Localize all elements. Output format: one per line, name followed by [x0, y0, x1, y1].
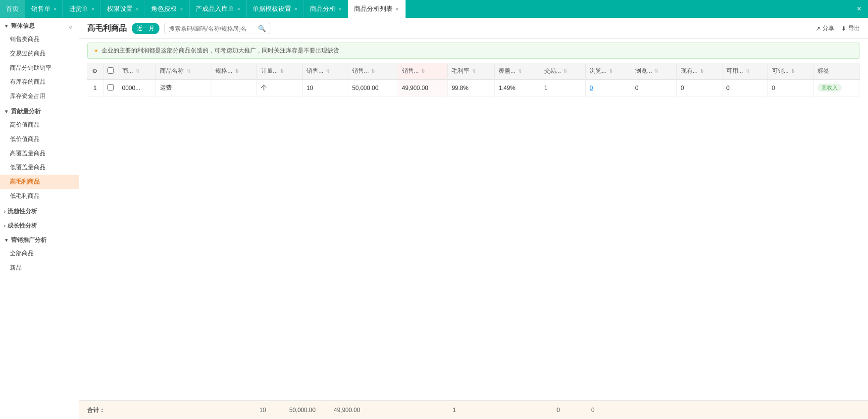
sort-views1-icon[interactable]: ⇅: [609, 69, 613, 74]
sidebar-group-trend[interactable]: › 流趋性分析: [0, 203, 79, 218]
close-product-in-tab[interactable]: ×: [237, 6, 240, 12]
sidebar-item-high-value[interactable]: 高价值商品: [0, 118, 79, 132]
sidebar-collapse-button[interactable]: «: [66, 22, 76, 32]
search-icon[interactable]: 🔍: [258, 25, 266, 32]
nav-tab-template[interactable]: 单据模板设置 ×: [247, 0, 304, 18]
table-row: 1 0000... 运费: [87, 80, 860, 96]
nav-tab-home[interactable]: 首页: [0, 0, 25, 18]
col-code: 商... ⇅: [118, 63, 156, 80]
sort-sales-profit-icon[interactable]: ⇅: [421, 69, 425, 74]
total-trade-cnt: 1: [449, 407, 483, 414]
sort-sales-amount-icon[interactable]: ⇅: [371, 69, 375, 74]
col-trade-cnt: 交易... ⇅: [540, 63, 585, 80]
sidebar-item-high-coverage[interactable]: 高覆盖量商品: [0, 146, 79, 161]
total-spacer1: [127, 407, 226, 414]
main-layout: « ▼ 整体信息 销售类商品 交易过的商品 商品分销助销率 有库存的商品 库存资…: [0, 18, 868, 419]
close-all-tabs-button[interactable]: ×: [850, 0, 868, 18]
col-sales-amount: 销售... ⇅: [348, 63, 398, 80]
sort-trade-cnt-icon[interactable]: ⇅: [563, 69, 567, 74]
cell-sales-qty: 10: [303, 80, 348, 96]
sort-gross-margin-icon[interactable]: ⇅: [472, 69, 476, 74]
col-checkbox: [103, 63, 118, 80]
total-spacer2: [226, 407, 255, 414]
sort-sales-qty-icon[interactable]: ⇅: [326, 69, 330, 74]
cell-current-stock: 0: [676, 80, 722, 96]
sort-views2-icon[interactable]: ⇅: [655, 69, 659, 74]
cell-trade-cnt: 1: [540, 80, 585, 96]
cell-spec: [211, 80, 257, 96]
total-values: 10 50,000.00 49,900.00 1 0 0: [127, 407, 860, 414]
close-template-tab[interactable]: ×: [294, 6, 297, 12]
col-current-stock: 现有... ⇅: [676, 63, 722, 80]
select-all-checkbox[interactable]: [107, 67, 114, 74]
cell-unit: 个: [257, 80, 303, 96]
cell-coverage: 1.49%: [494, 80, 540, 96]
nav-tab-role[interactable]: 角色授权 ×: [145, 0, 189, 18]
cell-sales-profit: 49,900.00: [398, 80, 448, 96]
sort-spec-icon[interactable]: ⇅: [235, 69, 239, 74]
sidebar-item-low-value[interactable]: 低价值商品: [0, 132, 79, 146]
close-analytics-list-tab[interactable]: ×: [396, 6, 399, 12]
group-arrow-growth: ›: [4, 223, 5, 229]
col-views1: 浏览... ⇅: [585, 63, 631, 80]
sidebar-item-new-goods[interactable]: 新品: [0, 261, 79, 275]
footer-total: 合计： 10 50,000.00 49,900.00 1 0 0: [79, 400, 868, 419]
col-name: 商品名称 ⇅: [156, 63, 211, 80]
sidebar-group-contribution[interactable]: ▼ 贡献量分析: [0, 103, 79, 118]
row-checkbox[interactable]: [107, 84, 114, 91]
sidebar-item-all-goods[interactable]: 全部商品: [0, 246, 79, 261]
sort-current-stock-icon[interactable]: ⇅: [700, 69, 704, 74]
group-arrow-contribution: ▼: [4, 109, 9, 114]
info-icon: ✦: [94, 47, 99, 54]
sidebar-item-low-margin[interactable]: 低毛利商品: [0, 189, 79, 203]
time-filter-button[interactable]: 近一月: [132, 23, 159, 34]
sidebar-item-stock-capital[interactable]: 库存资金占用: [0, 89, 79, 103]
sidebar-item-distribution-rate[interactable]: 商品分销助销率: [0, 61, 79, 75]
cell-available-stock: 0: [722, 80, 767, 96]
col-gross-margin: 毛利率 ⇅: [448, 63, 495, 80]
total-sales-qty: 10: [255, 407, 285, 414]
export-icon: ⬇: [841, 25, 846, 32]
sidebar-item-low-coverage[interactable]: 低覆盖量商品: [0, 160, 79, 175]
search-input[interactable]: [169, 25, 258, 32]
share-button[interactable]: ↗ 分享: [816, 24, 834, 33]
total-sales-profit: 49,900.00: [330, 407, 374, 414]
sort-coverage-icon[interactable]: ⇅: [518, 69, 522, 74]
col-settings[interactable]: ⚙: [87, 63, 103, 80]
nav-tab-analytics-list[interactable]: 商品分析列表 ×: [348, 0, 405, 18]
total-spacer6: [518, 407, 553, 414]
sidebar-item-high-margin[interactable]: 高毛利商品: [0, 175, 79, 189]
nav-tab-permission[interactable]: 权限设置 ×: [101, 0, 145, 18]
col-sellable-stock: 可销... ⇅: [767, 63, 813, 80]
nav-tab-analytics[interactable]: 商品分析 ×: [304, 0, 348, 18]
close-role-tab[interactable]: ×: [180, 6, 183, 12]
export-button[interactable]: ⬇ 导出: [841, 24, 860, 33]
content-header: 高毛利商品 近一月 🔍 ↗ 分享 ⬇ 导出: [79, 18, 868, 39]
nav-tab-product-in[interactable]: 产成品入库单 ×: [190, 0, 247, 18]
nav-tab-purchase[interactable]: 进货单 ×: [63, 0, 101, 18]
sort-unit-icon[interactable]: ⇅: [280, 69, 284, 74]
sidebar-group-growth[interactable]: › 成长性分析: [0, 218, 79, 232]
close-sales-tab[interactable]: ×: [53, 6, 56, 12]
col-sales-profit: 销售... ⇅: [398, 63, 448, 80]
sidebar-item-traded-goods[interactable]: 交易过的商品: [0, 47, 79, 61]
close-purchase-tab[interactable]: ×: [91, 6, 94, 12]
cell-name: 运费: [156, 80, 211, 96]
close-analytics-tab[interactable]: ×: [339, 6, 342, 12]
page-title: 高毛利商品: [87, 23, 127, 34]
close-permission-tab[interactable]: ×: [136, 6, 139, 12]
nav-tab-sales[interactable]: 销售单 ×: [25, 0, 63, 18]
col-tag: 标签: [813, 63, 860, 80]
sort-sellable-stock-icon[interactable]: ⇅: [791, 69, 795, 74]
sidebar: « ▼ 整体信息 销售类商品 交易过的商品 商品分销助销率 有库存的商品 库存资…: [0, 18, 79, 419]
sidebar-item-stocked-goods[interactable]: 有库存的商品: [0, 75, 79, 89]
sort-code-icon[interactable]: ⇅: [136, 69, 140, 74]
table-wrapper: ⚙ 商... ⇅ 商品名称 ⇅ 规格...: [79, 63, 868, 400]
sidebar-group-marketing[interactable]: ▼ 营销推广分析: [0, 232, 79, 246]
sort-name-icon[interactable]: ⇅: [187, 69, 191, 74]
sort-available-stock-icon[interactable]: ⇅: [746, 69, 750, 74]
col-coverage: 覆盖... ⇅: [494, 63, 540, 80]
sidebar-item-sales-goods[interactable]: 销售类商品: [0, 32, 79, 47]
cell-code: 0000...: [118, 80, 156, 96]
group-arrow-overall: ▼: [4, 23, 9, 29]
